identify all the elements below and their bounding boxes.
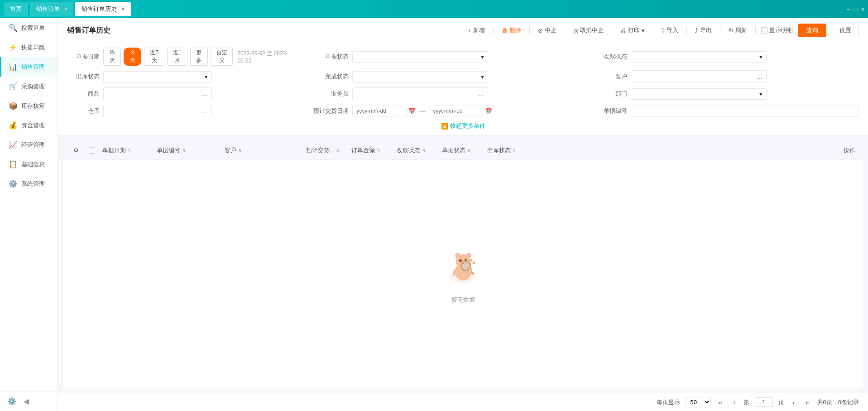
date-btn-more[interactable]: 更多 xyxy=(190,48,208,66)
sidebar-item-purchase[interactable]: 🛒 采购管理 xyxy=(0,77,58,96)
tab-sales-order-close[interactable]: × xyxy=(64,6,67,12)
sidebar-collapse-icon[interactable]: ◀ xyxy=(24,397,29,406)
window-close-btn[interactable]: × xyxy=(861,6,864,13)
warehouse-select[interactable]: ... xyxy=(103,105,212,117)
th-date[interactable]: 单据日期 ⇅ xyxy=(99,146,153,155)
settings-button[interactable]: 设置 xyxy=(832,24,859,37)
query-button[interactable]: 查询 xyxy=(798,24,826,37)
order-status-select[interactable]: ▾ xyxy=(352,51,488,63)
page-size-select[interactable]: 50 10 20 100 xyxy=(686,397,711,407)
tab-sales-order[interactable]: 销售订单 × xyxy=(30,2,73,16)
delete-icon: 🗑 xyxy=(502,27,508,34)
sidebar-item-quick-nav[interactable]: ⚡ 快捷导航 xyxy=(0,38,58,57)
goods-select[interactable]: ... xyxy=(103,87,212,100)
out-status-select[interactable]: ▾ xyxy=(103,71,212,82)
inventory-icon: 📦 xyxy=(9,102,18,110)
sidebar-item-operations-label: 经营管理 xyxy=(21,141,45,149)
header-checkbox[interactable] xyxy=(89,147,95,154)
toolbar-divider-5 xyxy=(653,27,653,34)
delivery-date-filter: 📅 — 📅 xyxy=(352,106,580,116)
settings-gear-icon: ⚙ xyxy=(73,147,79,154)
page-number-input[interactable] xyxy=(755,397,773,407)
order-num-input[interactable] xyxy=(631,106,859,117)
export-button[interactable]: ⤴ 导出 xyxy=(692,24,715,36)
th-number[interactable]: 单据编号 ⇅ xyxy=(153,146,221,155)
th-doc-status[interactable]: 单据状态 ⇅ xyxy=(438,146,484,155)
tab-sales-order-history-close[interactable]: × xyxy=(121,6,124,12)
svg-point-5 xyxy=(456,254,459,257)
sidebar-item-sales-label: 销售管理 xyxy=(21,63,45,71)
warehouse-more-icon[interactable]: ... xyxy=(202,107,208,115)
empty-illustration: ✦ ✦ xyxy=(441,243,486,289)
th-receipt-status-sort-icon: ⇅ xyxy=(422,148,426,153)
delivery-date-from[interactable] xyxy=(352,106,407,116)
window-controls: − □ × xyxy=(847,6,864,13)
next-page-btn[interactable]: › xyxy=(790,398,797,407)
cancel-stop-button[interactable]: ◎ 取消中止 xyxy=(571,24,606,36)
complete-status-select[interactable]: ▾ xyxy=(352,71,488,82)
date-label: 单据日期 xyxy=(67,53,103,61)
tab-home[interactable]: 首页 xyxy=(4,2,28,16)
finance-icon: 💰 xyxy=(9,121,18,130)
th-number-label: 单据编号 xyxy=(157,146,180,155)
sidebar-item-finance[interactable]: 💰 资金管理 xyxy=(0,116,58,135)
th-out-status[interactable]: 出库状态 ⇅ xyxy=(484,146,529,155)
collapse-row[interactable]: 🔼 收起更多条件 xyxy=(67,122,859,130)
date-btn-custom[interactable]: 自定义 xyxy=(211,48,233,66)
th-delivery[interactable]: 预计交货... ⇅ xyxy=(302,146,348,155)
goods-filter: ... xyxy=(103,87,293,100)
sidebar-item-inventory[interactable]: 📦 库存核算 xyxy=(0,96,58,116)
stop-button[interactable]: ⊘ 中止 xyxy=(535,24,559,36)
toolbar-divider-1 xyxy=(493,27,494,34)
page-header: 销售订单历史 + 新增 🗑 删除 ⊘ 中止 ◎ xyxy=(58,18,868,42)
new-button[interactable]: + 新增 xyxy=(465,24,488,36)
th-action: 操作 xyxy=(529,146,859,155)
date-btn-today[interactable]: 今天 xyxy=(124,48,141,66)
empty-state: ✦ ✦ 暂无数据 xyxy=(63,160,863,387)
sidebar-item-system[interactable]: ⚙️ 系统管理 xyxy=(0,174,58,193)
sidebar-item-operations[interactable]: 📈 经营管理 xyxy=(0,135,58,155)
customer-select[interactable]: ... xyxy=(631,70,767,83)
sidebar-item-sales[interactable]: 📊 销售管理 xyxy=(0,57,58,77)
salesman-more-icon[interactable]: ... xyxy=(478,90,484,98)
show-detail-checkbox[interactable] xyxy=(761,27,767,34)
th-amount[interactable]: 订单金额 ⇅ xyxy=(348,146,393,155)
delivery-calendar-to-icon[interactable]: 📅 xyxy=(485,108,492,115)
salesman-select[interactable]: ... xyxy=(352,87,488,100)
window-max-btn[interactable]: □ xyxy=(854,6,858,13)
date-btn-7days[interactable]: 近7天 xyxy=(144,48,164,66)
delivery-calendar-from-icon[interactable]: 📅 xyxy=(408,108,416,115)
prev-page-btn[interactable]: ‹ xyxy=(730,398,738,407)
sidebar-item-purchase-label: 采购管理 xyxy=(21,82,45,91)
complete-status-chevron: ▾ xyxy=(481,73,484,80)
th-checkbox[interactable] xyxy=(85,147,99,154)
date-btn-1month[interactable]: 近1月 xyxy=(167,48,187,66)
print-button[interactable]: 🖨 打印 ▾ xyxy=(618,24,647,36)
th-out-status-label: 出库状态 xyxy=(487,146,511,155)
receipt-status-select[interactable]: ▾ xyxy=(631,51,767,63)
last-page-btn[interactable]: » xyxy=(803,398,812,407)
delete-button[interactable]: 🗑 删除 xyxy=(499,24,524,36)
quick-nav-icon: ⚡ xyxy=(9,43,18,52)
customer-more-icon[interactable]: ... xyxy=(756,73,762,81)
refresh-button[interactable]: ↻ 刷新 xyxy=(726,24,750,36)
show-detail-toggle[interactable]: 显示明细 xyxy=(761,26,793,34)
sidebar-item-base-info[interactable]: 📋 基础信息 xyxy=(0,155,58,174)
th-receipt-status-label: 收款状态 xyxy=(397,146,420,155)
import-button[interactable]: ⤵ 导入 xyxy=(659,24,681,36)
sidebar-item-search[interactable]: 🔍 搜索菜单 xyxy=(0,18,58,38)
delivery-date-to[interactable] xyxy=(429,106,483,116)
sales-icon: 📊 xyxy=(9,63,18,71)
th-customer[interactable]: 客户 ⇅ xyxy=(221,146,302,155)
filter-row-1: 单据日期 昨天 今天 近7天 近1月 更多 自定义 2023-06-02 至 2… xyxy=(67,48,859,66)
first-page-btn[interactable]: « xyxy=(716,398,725,407)
th-receipt-status[interactable]: 收款状态 ⇅ xyxy=(393,146,438,155)
window-min-btn[interactable]: − xyxy=(847,6,850,13)
toolbar: + 新增 🗑 删除 ⊘ 中止 ◎ 取消中止 xyxy=(465,24,859,37)
tab-sales-order-history[interactable]: 销售订单历史 × xyxy=(75,2,130,16)
sidebar-settings-icon[interactable]: ⚙️ xyxy=(7,397,16,406)
dept-select[interactable]: ▾ xyxy=(631,88,767,100)
date-btn-yesterday[interactable]: 昨天 xyxy=(103,48,121,66)
th-settings[interactable]: ⚙ xyxy=(67,147,85,154)
goods-more-icon[interactable]: ... xyxy=(202,90,208,98)
